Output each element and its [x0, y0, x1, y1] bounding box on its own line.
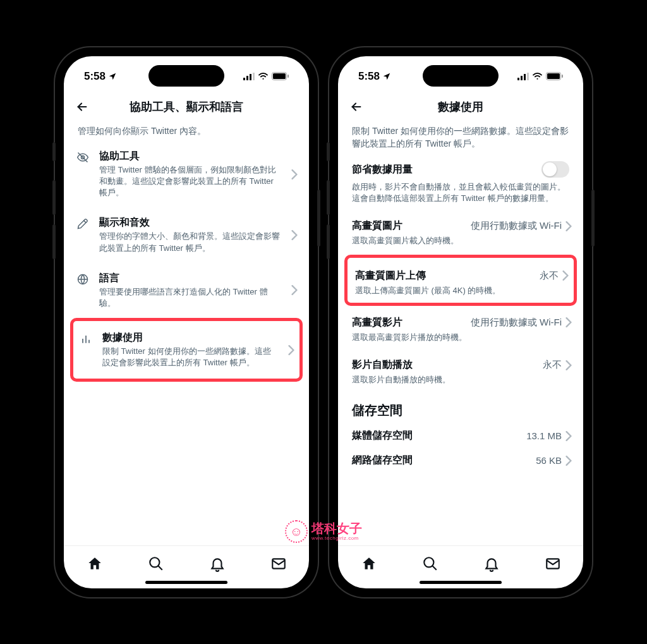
media-storage-value: 13.1 MB: [526, 430, 562, 441]
item-title: 數據使用: [102, 331, 277, 344]
data-saver-label: 節省數據用量: [352, 163, 413, 176]
home-indicator[interactable]: [145, 581, 227, 584]
search-icon: [148, 556, 164, 572]
item-desc: 限制 Twitter 如何使用你的一些網路數據。這些設定會影響此裝置上的所有 T…: [102, 346, 277, 368]
tab-messages[interactable]: [545, 556, 561, 572]
hq-upload-label: 高畫質圖片上傳: [355, 269, 540, 283]
home-icon: [361, 556, 377, 572]
page-title: 協助工具、顯示和語言: [73, 99, 300, 114]
svg-rect-0: [243, 78, 245, 80]
chevron-right-icon: [291, 285, 298, 295]
logo-icon: ☺: [285, 520, 308, 543]
item-title: 語言: [99, 272, 280, 285]
cellular-icon: [517, 73, 529, 80]
search-icon: [422, 556, 438, 572]
nav-bar: 數據使用: [338, 92, 583, 122]
mail-icon: [545, 556, 561, 572]
hq-image-label: 高畫質圖片: [352, 219, 471, 233]
back-arrow-icon[interactable]: [349, 100, 363, 114]
cellular-icon: [243, 73, 255, 80]
svg-point-21: [536, 78, 538, 80]
autoplay-desc: 選取影片自動播放的時機。: [338, 373, 583, 393]
status-time: 5:58: [358, 70, 380, 83]
item-title: 顯示和音效: [99, 216, 280, 229]
volume-down: [327, 224, 330, 259]
settings-item-language[interactable]: 語言 管理要使用哪些語言來打造個人化的 Twitter 體驗。: [64, 263, 309, 318]
svg-rect-24: [562, 75, 563, 78]
dynamic-island: [148, 65, 224, 87]
autoplay-label: 影片自動播放: [352, 358, 543, 372]
location-icon: [108, 72, 117, 81]
row-hq-video[interactable]: 高畫質影片 使用行動數據或 Wi-Fi: [338, 306, 583, 331]
tab-messages[interactable]: [270, 556, 287, 572]
back-arrow-icon[interactable]: [75, 100, 89, 114]
tab-home[interactable]: [87, 556, 103, 572]
nav-bar: 協助工具、顯示和語言: [64, 92, 309, 122]
hq-video-desc: 選取最高畫質影片播放的時機。: [338, 331, 583, 351]
chevron-right-icon: [291, 169, 298, 179]
svg-rect-3: [253, 73, 255, 80]
chevron-right-icon: [565, 431, 572, 441]
home-icon: [87, 556, 103, 572]
svg-line-15: [158, 566, 162, 570]
mail-icon: [270, 556, 287, 572]
wifi-icon: [532, 72, 543, 80]
bell-icon: [209, 556, 226, 572]
hq-video-value: 使用行動數據或 Wi-Fi: [471, 317, 562, 329]
tab-notifications[interactable]: [209, 556, 226, 572]
volume-up: [52, 180, 56, 215]
power-button: [591, 190, 595, 246]
chevron-right-icon: [291, 230, 298, 240]
watermark: ☺ 塔科女子 www.techgirlz.com: [285, 520, 362, 543]
highlight-box-data-usage: 數據使用 限制 Twitter 如何使用你的一些網路數據。這些設定會影響此裝置上…: [70, 318, 303, 382]
row-hq-upload[interactable]: 高畫質圖片上傳 永不: [348, 262, 574, 284]
chevron-right-icon: [565, 456, 572, 466]
page-title: 數據使用: [347, 99, 574, 114]
power-button: [317, 190, 320, 246]
storage-header: 儲存空間: [338, 393, 583, 422]
mute-switch: [52, 142, 56, 161]
svg-point-4: [262, 78, 263, 80]
chevron-right-icon: [565, 221, 572, 231]
data-saver-toggle[interactable]: [541, 161, 569, 178]
tab-notifications[interactable]: [483, 556, 500, 572]
svg-point-14: [150, 557, 159, 567]
page-subtitle: 管理如何向你顯示 Twitter 內容。: [64, 122, 309, 141]
svg-point-25: [424, 557, 433, 567]
battery-icon: [272, 72, 289, 80]
row-data-saver[interactable]: 節省數據用量: [338, 154, 583, 180]
battery-icon: [546, 72, 563, 80]
row-hq-image[interactable]: 高畫質圖片 使用行動數據或 Wi-Fi: [338, 212, 583, 234]
settings-item-accessibility[interactable]: 協助工具 管理 Twitter 體驗的各個層面，例如限制顏色對比和動畫。這些設定…: [64, 141, 309, 208]
eye-off-icon: [76, 151, 89, 164]
row-media-storage[interactable]: 媒體儲存空間 13.1 MB: [338, 422, 583, 444]
web-storage-value: 56 KB: [536, 455, 562, 466]
home-indicator[interactable]: [420, 581, 502, 584]
location-icon: [382, 72, 391, 81]
tab-search[interactable]: [148, 556, 164, 572]
hq-image-value: 使用行動數據或 Wi-Fi: [471, 220, 562, 232]
tab-search[interactable]: [422, 556, 438, 572]
svg-rect-19: [524, 74, 526, 80]
svg-rect-18: [521, 76, 523, 80]
globe-icon: [76, 273, 89, 286]
volume-up: [327, 180, 330, 215]
svg-rect-17: [517, 78, 519, 80]
page-subtitle: 限制 Twitter 如何使用你的一些網路數據。這些設定會影響此裝置上的所有 T…: [338, 122, 583, 154]
row-web-storage[interactable]: 網路儲存空間 56 KB: [338, 444, 583, 468]
media-storage-label: 媒體儲存空間: [352, 429, 526, 442]
dynamic-island: [423, 65, 499, 87]
svg-rect-20: [527, 73, 529, 80]
row-autoplay[interactable]: 影片自動播放 永不: [338, 351, 583, 373]
tab-home[interactable]: [361, 556, 377, 572]
chevron-right-icon: [565, 360, 572, 370]
settings-item-display[interactable]: 顯示和音效 管理你的字體大小、顏色和背景。這些設定會影響此裝置上的所有 Twit…: [64, 207, 309, 262]
phone-right: 5:58 數據使用 限制 Twitter 如何使用你的一些網路數據。這些設定會影…: [329, 47, 592, 597]
item-desc: 管理要使用哪些語言來打造個人化的 Twitter 體驗。: [99, 286, 280, 309]
status-time: 5:58: [84, 70, 106, 83]
svg-rect-1: [246, 76, 248, 80]
autoplay-value: 永不: [543, 359, 562, 371]
svg-line-26: [432, 566, 437, 570]
settings-item-data-usage[interactable]: 數據使用 限制 Twitter 如何使用你的一些網路數據。這些設定會影響此裝置上…: [73, 325, 299, 375]
watermark-title: 塔科女子: [311, 522, 362, 535]
